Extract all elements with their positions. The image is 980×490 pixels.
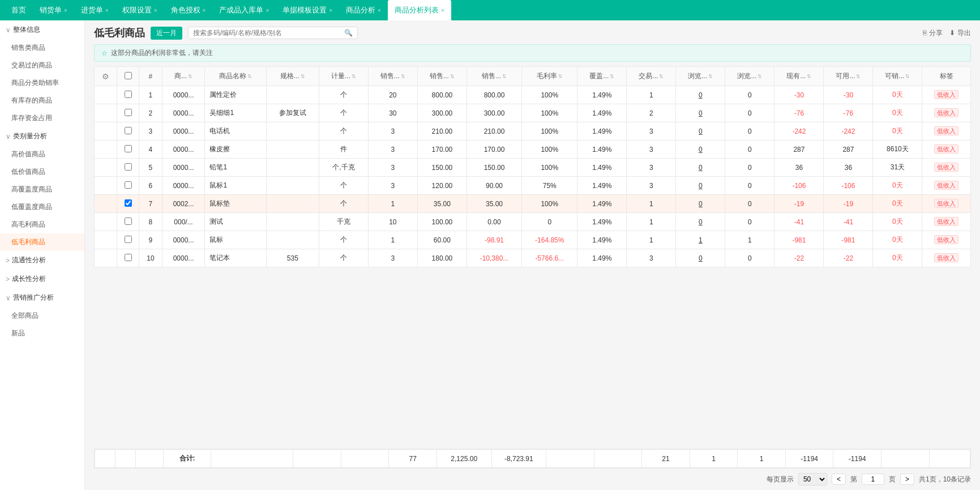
search-input[interactable] bbox=[193, 29, 342, 37]
row-checkbox-input[interactable] bbox=[125, 254, 132, 261]
row-checkbox[interactable] bbox=[117, 122, 139, 140]
row-browse1[interactable]: 0 bbox=[676, 177, 725, 195]
sidebar-item-sales-products[interactable]: 销售类商品 bbox=[0, 39, 84, 57]
sidebar-item-new-products[interactable]: 新品 bbox=[0, 325, 84, 342]
sidebar-item-high-value[interactable]: 高价值商品 bbox=[0, 146, 84, 163]
row-checkbox-input[interactable] bbox=[125, 218, 132, 225]
sidebar-item-high-coverage[interactable]: 高覆盖度商品 bbox=[0, 181, 84, 198]
row-browse1[interactable]: 0 bbox=[676, 104, 725, 122]
row-name[interactable]: 笔记本 bbox=[205, 249, 266, 267]
row-name[interactable]: 属性定价 bbox=[205, 86, 266, 104]
row-checkbox-input[interactable] bbox=[125, 199, 132, 207]
row-checkbox[interactable] bbox=[117, 231, 139, 249]
sidebar-group-overall[interactable]: ∨ 整体信息 bbox=[0, 20, 84, 39]
row-browse1[interactable]: 0 bbox=[676, 213, 725, 231]
nav-close-purchase-order[interactable]: × bbox=[105, 7, 109, 14]
col-checkbox[interactable] bbox=[117, 67, 139, 86]
page-size-select[interactable]: 50 100 200 bbox=[798, 473, 827, 485]
sidebar-item-traded-products[interactable]: 交易过的商品 bbox=[0, 57, 84, 74]
row-name[interactable]: 橡皮擦 bbox=[205, 140, 266, 159]
row-name[interactable]: 测试 bbox=[205, 213, 266, 231]
prev-page-button[interactable]: < bbox=[832, 474, 846, 485]
sidebar-group-growth[interactable]: > 成长性分析 bbox=[0, 270, 84, 288]
row-browse1[interactable]: 0 bbox=[676, 159, 725, 177]
sidebar-item-high-profit[interactable]: 高毛利商品 bbox=[0, 216, 84, 233]
nav-template-settings[interactable]: 单据模板设置 × bbox=[276, 0, 339, 20]
row-checkbox[interactable] bbox=[117, 104, 139, 122]
next-page-button[interactable]: > bbox=[900, 474, 914, 485]
share-button[interactable]: ⎘ 分享 bbox=[923, 28, 943, 38]
col-sales-profit[interactable]: 销售...⇅ bbox=[467, 67, 521, 86]
sidebar-item-all-products[interactable]: 全部商品 bbox=[0, 307, 84, 325]
nav-product-analysis-list[interactable]: 商品分析列表 × bbox=[388, 0, 451, 20]
sidebar-group-circulation[interactable]: > 流通性分析 bbox=[0, 251, 84, 270]
nav-close-role-auth[interactable]: × bbox=[203, 7, 206, 14]
row-checkbox[interactable] bbox=[117, 195, 139, 213]
col-sellable[interactable]: 可销...⇅ bbox=[873, 67, 922, 86]
sidebar-item-inventory-capital[interactable]: 库存资金占用 bbox=[0, 109, 84, 127]
sidebar-group-category-analysis[interactable]: ∨ 类别量分析 bbox=[0, 127, 84, 146]
row-checkbox[interactable] bbox=[117, 159, 139, 177]
row-checkbox[interactable] bbox=[117, 249, 139, 267]
row-name[interactable]: 鼠标垫 bbox=[205, 195, 266, 213]
row-browse1[interactable]: 0 bbox=[676, 140, 725, 159]
col-current-stock[interactable]: 现有...⇅ bbox=[774, 67, 824, 86]
col-sales-price[interactable]: 销售...⇅ bbox=[417, 67, 467, 86]
page-input[interactable] bbox=[862, 474, 884, 485]
row-checkbox-input[interactable] bbox=[125, 145, 132, 152]
nav-close-sales-order[interactable]: × bbox=[64, 7, 67, 14]
search-icon[interactable]: 🔍 bbox=[344, 29, 353, 37]
row-checkbox[interactable] bbox=[117, 213, 139, 231]
select-all-checkbox[interactable] bbox=[125, 72, 132, 79]
sidebar-item-category-sales-rate[interactable]: 商品分类助销率 bbox=[0, 74, 84, 92]
nav-product-inbound[interactable]: 产成品入库单 × bbox=[212, 0, 276, 20]
nav-close-template-settings[interactable]: × bbox=[329, 7, 332, 14]
row-browse1[interactable]: 0 bbox=[676, 249, 725, 267]
sidebar-group-marketing[interactable]: ∨ 营销推广分析 bbox=[0, 288, 84, 307]
nav-home[interactable]: 首页 bbox=[5, 0, 33, 20]
time-filter-button[interactable]: 近一月 bbox=[151, 27, 182, 40]
col-settings[interactable]: ⚙ bbox=[95, 67, 117, 86]
col-spec[interactable]: 规格...⇅ bbox=[266, 67, 319, 86]
col-browse1[interactable]: 浏览...⇅ bbox=[676, 67, 725, 86]
col-code[interactable]: 商...⇅ bbox=[162, 67, 205, 86]
nav-close-product-inbound[interactable]: × bbox=[266, 7, 269, 14]
export-button[interactable]: ⬇ 导出 bbox=[949, 28, 971, 38]
gear-icon[interactable]: ⚙ bbox=[102, 72, 109, 81]
row-checkbox-input[interactable] bbox=[125, 109, 132, 116]
nav-purchase-order[interactable]: 进货单 × bbox=[74, 0, 115, 20]
nav-close-permission[interactable]: × bbox=[154, 7, 157, 14]
row-name[interactable]: 鼠标 bbox=[205, 231, 266, 249]
col-browse2[interactable]: 浏览...⇅ bbox=[725, 67, 774, 86]
sidebar-item-low-profit[interactable]: 低毛利商品 bbox=[0, 233, 84, 251]
row-checkbox[interactable] bbox=[117, 140, 139, 159]
row-name[interactable]: 电话机 bbox=[205, 122, 266, 140]
nav-permission[interactable]: 权限设置 × bbox=[115, 0, 164, 20]
row-browse1[interactable]: 0 bbox=[676, 195, 725, 213]
row-checkbox-input[interactable] bbox=[125, 181, 132, 189]
col-gross-rate[interactable]: 毛利率⇅ bbox=[522, 67, 577, 86]
nav-sales-order[interactable]: 销货单 × bbox=[33, 0, 74, 20]
col-coverage[interactable]: 覆盖...⇅ bbox=[577, 67, 627, 86]
row-checkbox-input[interactable] bbox=[125, 163, 132, 171]
sidebar-item-stocked-products[interactable]: 有库存的商品 bbox=[0, 92, 84, 109]
row-name[interactable]: 吴细细1 bbox=[205, 104, 266, 122]
row-checkbox[interactable] bbox=[117, 177, 139, 195]
col-available[interactable]: 可用...⇅ bbox=[824, 67, 873, 86]
row-browse1[interactable]: 1 bbox=[676, 231, 725, 249]
row-browse1[interactable]: 0 bbox=[676, 86, 725, 104]
nav-close-product-analysis[interactable]: × bbox=[378, 7, 381, 14]
row-checkbox[interactable] bbox=[117, 86, 139, 104]
col-sales-qty[interactable]: 销售...⇅ bbox=[368, 67, 417, 86]
row-name[interactable]: 铅笔1 bbox=[205, 159, 266, 177]
sidebar-item-low-coverage[interactable]: 低覆盖度商品 bbox=[0, 198, 84, 216]
nav-role-auth[interactable]: 角色授权 × bbox=[164, 0, 213, 20]
row-checkbox-input[interactable] bbox=[125, 91, 132, 98]
row-checkbox-input[interactable] bbox=[125, 127, 132, 134]
nav-close-product-analysis-list[interactable]: × bbox=[441, 7, 444, 14]
sidebar-item-low-value[interactable]: 低价值商品 bbox=[0, 163, 84, 181]
col-name[interactable]: 商品名称⇅ bbox=[205, 67, 266, 86]
row-browse1[interactable]: 0 bbox=[676, 122, 725, 140]
col-unit[interactable]: 计量...⇅ bbox=[319, 67, 368, 86]
nav-product-analysis[interactable]: 商品分析 × bbox=[339, 0, 388, 20]
